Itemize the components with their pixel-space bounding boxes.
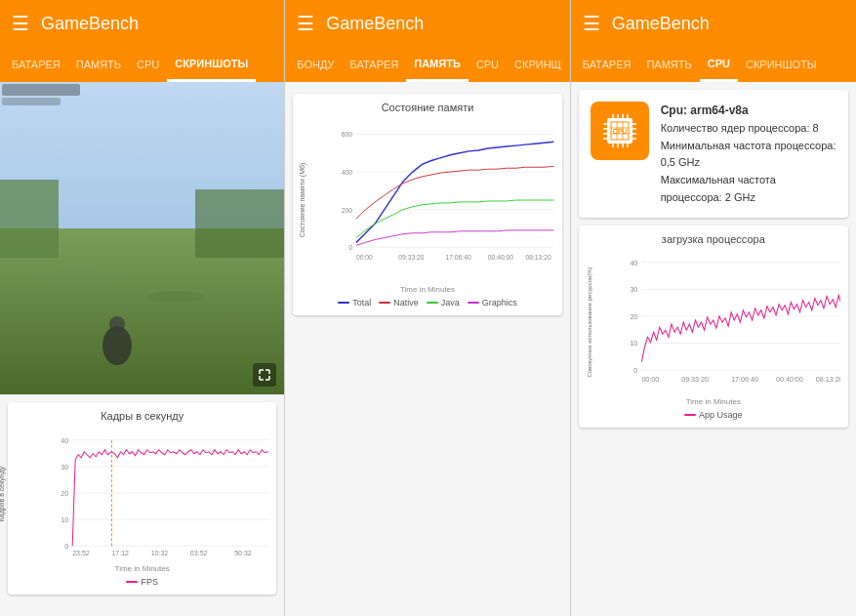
- svg-text:600: 600: [342, 131, 352, 138]
- cpu-x-label: Time in Minutes: [587, 397, 840, 406]
- tab-screenshots-3[interactable]: СКРИНШОТЫ: [738, 47, 825, 82]
- tab-screenshots-1[interactable]: СКРИНШОТЫ: [167, 47, 256, 82]
- legend-graphics-label: Graphics: [482, 298, 517, 308]
- svg-text:200: 200: [342, 207, 352, 214]
- svg-rect-2: [0, 180, 59, 258]
- svg-text:00:40:00: 00:40:00: [776, 376, 803, 384]
- screenshot-area: [0, 82, 284, 394]
- svg-text:20: 20: [61, 490, 68, 497]
- panel-content-2: Состояние памяти Состояние памяти (Мб) 6…: [285, 82, 569, 616]
- tab-skrin[interactable]: СКРИНЩ: [507, 47, 569, 82]
- legend-native: Native: [379, 298, 419, 308]
- panel-cpu: ☰ GameBench БАТАРЕЯ ПАМЯТЬ CPU СКРИНШОТЫ: [571, 0, 856, 616]
- svg-text:03:52: 03:52: [190, 550, 208, 556]
- app-title-1: GameBench: [41, 14, 139, 34]
- svg-text:10: 10: [630, 341, 637, 349]
- cpu-legend: App Usage: [587, 410, 840, 420]
- memory-chart-container: Состояние памяти (Мб) 600 400 200 0 00:0…: [301, 117, 553, 283]
- fps-chart-card: Кадры в секунду Кадров в секунду 40 30 2…: [8, 402, 276, 595]
- tab-cpu-2[interactable]: CPU: [469, 47, 507, 82]
- cpu-chart-container: Совокупное использование ресурсов(%) 40 …: [587, 249, 840, 395]
- legend-app-usage-dot: [684, 414, 696, 416]
- svg-point-5: [146, 291, 205, 303]
- app-title-3: GameBench: [612, 14, 710, 34]
- svg-text:08:13:20: 08:13:20: [815, 376, 839, 384]
- game-scene-svg: [0, 82, 284, 394]
- tab-cpu-3[interactable]: CPU: [700, 47, 738, 82]
- app-title-2: GameBench: [326, 14, 424, 34]
- svg-text:08:13:20: 08:13:20: [526, 254, 551, 261]
- svg-text:0: 0: [64, 543, 68, 550]
- svg-text:0: 0: [349, 244, 353, 251]
- app-bar-2: ☰ GameBench: [285, 0, 569, 47]
- legend-java-dot: [427, 302, 438, 304]
- svg-text:30: 30: [61, 464, 68, 471]
- cpu-chart-svg: 40 30 20 10 0 00:00 09:33:20 17:06:40 00…: [622, 249, 840, 395]
- svg-text:10: 10: [61, 516, 68, 523]
- tab-memory-2[interactable]: ПАМЯТЬ: [406, 47, 469, 82]
- hamburger-icon-2[interactable]: ☰: [297, 12, 314, 35]
- tab-memory-1[interactable]: ПАМЯТЬ: [68, 47, 129, 82]
- svg-text:09:33:20: 09:33:20: [399, 254, 425, 261]
- svg-text:50:32: 50:32: [234, 550, 252, 556]
- memory-legend: Total Native Java Graphics: [301, 298, 553, 308]
- svg-text:400: 400: [342, 169, 352, 176]
- legend-native-dot: [379, 302, 390, 304]
- legend-total-label: Total: [352, 298, 371, 308]
- expand-icon[interactable]: [253, 363, 276, 387]
- legend-fps: FPS: [126, 577, 158, 587]
- memory-x-label: Time in Minutes: [301, 285, 553, 294]
- cpu-model: Cpu: arm64-v8a: [661, 102, 836, 120]
- svg-text:00:40:00: 00:40:00: [488, 254, 513, 261]
- legend-java: Java: [427, 298, 460, 308]
- svg-text:CPU: CPU: [612, 128, 627, 135]
- tab-cpu-1[interactable]: CPU: [129, 47, 167, 82]
- svg-text:10:32: 10:32: [151, 550, 169, 556]
- tab-bar-2: БОНДУ БАТАРЕЯ ПАМЯТЬ CPU СКРИНЩ: [285, 47, 569, 82]
- legend-total-dot: [338, 302, 349, 304]
- tab-battery-1[interactable]: БАТАРЕЯ: [4, 47, 68, 82]
- tab-bondu[interactable]: БОНДУ: [289, 47, 342, 82]
- fps-chart-container: Кадров в секунду 40 30 20 10 0 23:52: [16, 426, 268, 562]
- hamburger-icon-1[interactable]: ☰: [12, 12, 29, 35]
- fps-y-label: Кадров в секунду: [0, 467, 5, 522]
- tab-bar-3: БАТАРЕЯ ПАМЯТЬ CPU СКРИНШОТЫ: [571, 47, 856, 82]
- svg-rect-8: [2, 84, 80, 96]
- legend-java-label: Java: [441, 298, 460, 308]
- svg-point-7: [109, 316, 125, 332]
- tab-memory-3[interactable]: ПАМЯТЬ: [638, 47, 699, 82]
- memory-chart-title: Состояние памяти: [301, 102, 553, 113]
- svg-text:17:06:40: 17:06:40: [731, 376, 758, 384]
- cpu-min-freq: Минимальная частота процессора: 0,5 GHz: [661, 138, 836, 172]
- fps-legend: FPS: [16, 577, 268, 587]
- tab-battery-3[interactable]: БАТАРЕЯ: [575, 47, 639, 82]
- cpu-info-text: Cpu: arm64-v8a Количество ядер процессор…: [661, 102, 836, 206]
- hamburger-icon-3[interactable]: ☰: [583, 12, 600, 35]
- cpu-icon-container: CPU: [591, 102, 649, 160]
- svg-rect-3: [195, 189, 284, 258]
- svg-text:30: 30: [630, 287, 637, 295]
- svg-text:0: 0: [633, 367, 637, 375]
- svg-text:40: 40: [630, 260, 637, 267]
- svg-text:09:33:20: 09:33:20: [681, 376, 709, 384]
- fps-chart-title: Кадры в секунду: [16, 410, 268, 422]
- svg-point-4: [39, 269, 117, 285]
- svg-text:23:52: 23:52: [72, 550, 90, 556]
- panel-screenshots: ☰ GameBench БАТАРЕЯ ПАМЯТЬ CPU СКРИНШОТЫ: [0, 0, 285, 616]
- legend-graphics: Graphics: [468, 298, 517, 308]
- tab-battery-2[interactable]: БАТАРЕЯ: [342, 47, 406, 82]
- cpu-info-card: CPU Cpu: arm64-v8a Количество ядер проце…: [579, 90, 848, 218]
- svg-text:00:00: 00:00: [356, 254, 373, 261]
- fps-x-label: Time in Minutes: [16, 564, 268, 573]
- svg-text:17:12: 17:12: [111, 550, 129, 556]
- tab-bar-1: БАТАРЕЯ ПАМЯТЬ CPU СКРИНШОТЫ: [0, 47, 284, 82]
- svg-rect-9: [2, 98, 61, 105]
- panel-content-1: Кадры в секунду Кадров в секунду 40 30 2…: [0, 82, 284, 616]
- cpu-chip-icon: CPU: [595, 106, 644, 155]
- panel-memory: ☰ GameBench БОНДУ БАТАРЕЯ ПАМЯТЬ CPU СКР…: [285, 0, 570, 616]
- legend-fps-dot: [126, 581, 138, 583]
- memory-chart-svg: 600 400 200 0 00:00 09:33:20 17:06:40 00…: [328, 117, 553, 283]
- svg-text:40: 40: [61, 437, 68, 444]
- memory-y-label: Состояние памяти (Мб): [299, 163, 306, 238]
- legend-app-usage: App Usage: [684, 410, 743, 420]
